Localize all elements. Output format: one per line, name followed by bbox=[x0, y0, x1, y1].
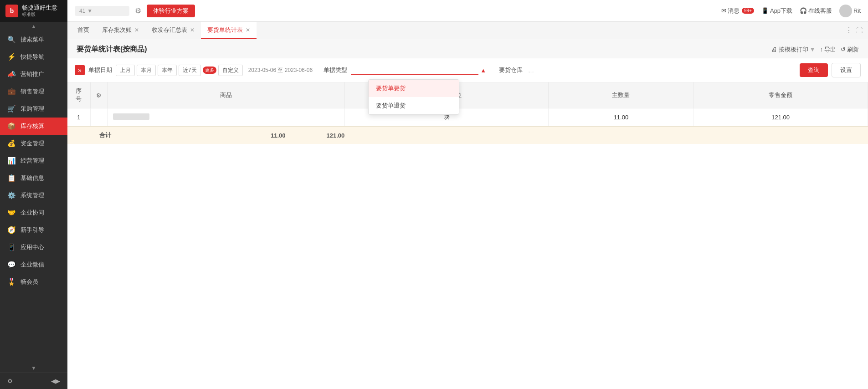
brand-info: 畅捷通好生意 标准版 bbox=[22, 4, 57, 18]
tab-close-collect-summary[interactable]: ✕ bbox=[190, 27, 195, 33]
date-this-month[interactable]: 本月 bbox=[137, 65, 156, 76]
print-expand-icon[interactable]: ▼ bbox=[810, 46, 816, 53]
sidebar-item-sales[interactable]: 💼 销售管理 bbox=[0, 83, 67, 100]
refresh-btn[interactable]: ↺ 刷新 bbox=[841, 46, 859, 54]
sidebar-item-guide[interactable]: 🧭 新手引导 bbox=[0, 221, 67, 239]
date-more-badge[interactable]: 更多 bbox=[203, 67, 216, 74]
sidebar-label-search: 搜索菜单 bbox=[21, 36, 44, 44]
settings-btn[interactable]: 设置 bbox=[832, 63, 861, 77]
tab-close-requisition-stats[interactable]: ✕ bbox=[246, 27, 250, 33]
table-header-row: 序号 ⚙ 商品 主计量单位 主数量 零售金额 bbox=[67, 82, 868, 108]
tab-home[interactable]: 首页 bbox=[71, 22, 96, 39]
tabs-expand-icon[interactable]: ⋮ bbox=[845, 26, 853, 35]
date-label: 单据日期 bbox=[88, 66, 112, 74]
date-last-month[interactable]: 上月 bbox=[116, 65, 135, 76]
avatar bbox=[839, 5, 852, 17]
warehouse-more[interactable]: … bbox=[528, 67, 534, 74]
type-select-input[interactable] bbox=[351, 66, 478, 75]
messages-item[interactable]: ✉ 消息 99+ bbox=[721, 7, 754, 15]
tab-collect-summary[interactable]: 收发存汇总表✕ bbox=[145, 22, 201, 39]
sidebar-item-search[interactable]: 🔍 搜索菜单 bbox=[0, 31, 67, 48]
date-quick-select: 上月 本月 本年 近7天 更多 自定义 bbox=[116, 65, 243, 76]
footer-amount: 121.00 bbox=[327, 132, 345, 139]
sidebar-scroll-down[interactable]: ▼ bbox=[0, 363, 67, 373]
sidebar-item-finance[interactable]: 💰 资金管理 bbox=[0, 135, 67, 152]
cell-seq: 1 bbox=[67, 108, 90, 126]
refresh-icon: ↺ bbox=[841, 46, 846, 53]
topbar: 41 ▼ ⚙ 体验行业方案 ✉ 消息 99+ 📱 App下载 🎧 在线客服 R bbox=[67, 0, 868, 22]
data-table: 序号 ⚙ 商品 主计量单位 主数量 零售金额 1 bbox=[67, 82, 868, 126]
product-bar bbox=[113, 113, 149, 120]
sidebar-item-enterprise[interactable]: 🤝 企业协同 bbox=[0, 204, 67, 221]
sidebar-icon-enterprise: 🤝 bbox=[7, 209, 16, 217]
tab-label-requisition-stats: 要货单统计表 bbox=[207, 26, 243, 34]
online-service-label: 在线客服 bbox=[808, 7, 832, 15]
dropdown-item-1[interactable]: 要货单退货 bbox=[369, 97, 459, 114]
tab-requisition-stats[interactable]: 要货单统计表✕ bbox=[201, 22, 257, 39]
settings-icon-topbar[interactable]: ⚙ bbox=[135, 6, 141, 15]
sidebar-item-wechat[interactable]: 💬 企业微信 bbox=[0, 256, 67, 273]
export-btn[interactable]: ↑ 导出 bbox=[820, 46, 837, 54]
sidebar-label-wechat: 企业微信 bbox=[21, 261, 44, 269]
tab-maximize-icon[interactable]: ⛶ bbox=[856, 27, 863, 34]
print-icon: 🖨 bbox=[771, 46, 777, 53]
sidebar-item-system[interactable]: ⚙️ 系统管理 bbox=[0, 187, 67, 204]
dropdown-item-0[interactable]: 要货单要货 bbox=[369, 80, 459, 97]
sidebar-collapse-icon[interactable]: ◀▶ bbox=[51, 378, 60, 384]
topbar-left: 41 ▼ ⚙ 体验行业方案 bbox=[75, 5, 716, 17]
sidebar-label-member: 畅会员 bbox=[21, 278, 38, 286]
dropdown-icon: ▼ bbox=[87, 8, 92, 14]
sidebar-item-appcenter[interactable]: 📱 应用中心 bbox=[0, 239, 67, 256]
filter-bar: » 单据日期 上月 本月 本年 近7天 更多 自定义 2023-05-06 至 … bbox=[67, 58, 868, 82]
sidebar-icon-marketing: 📣 bbox=[7, 70, 16, 78]
type-label: 单据类型 bbox=[324, 66, 347, 74]
warehouse-label: 要货仓库 bbox=[499, 66, 523, 74]
col-product: 商品 bbox=[107, 82, 345, 108]
sidebar-item-purchase[interactable]: 🛒 采购管理 bbox=[0, 100, 67, 118]
sidebar-icon-purchase: 🛒 bbox=[7, 105, 16, 113]
sidebar-label-operations: 经营管理 bbox=[21, 157, 44, 165]
sidebar-header: b 畅捷通好生意 标准版 bbox=[0, 0, 67, 22]
main-area: 41 ▼ ⚙ 体验行业方案 ✉ 消息 99+ 📱 App下载 🎧 在线客服 R bbox=[67, 0, 868, 389]
sidebar-item-inventory[interactable]: 📦 库存核算 bbox=[0, 118, 67, 135]
col-seq: 序号 bbox=[67, 82, 90, 108]
page-header: 要货单统计表(按商品) 🖨 按模板打印 ▼ ↑ 导出 ↺ 刷新 bbox=[67, 39, 868, 58]
sidebar-item-operations[interactable]: 📊 经营管理 bbox=[0, 152, 67, 169]
app-download-item[interactable]: 📱 App下载 bbox=[761, 7, 792, 15]
topbar-right: ✉ 消息 99+ 📱 App下载 🎧 在线客服 Rit bbox=[721, 5, 861, 17]
template-print-btn[interactable]: 🖨 按模板打印 ▼ bbox=[771, 46, 816, 54]
tab-close-inventory-batch[interactable]: ✕ bbox=[134, 27, 139, 33]
sidebar-icon-search: 🔍 bbox=[7, 36, 16, 44]
page-actions: 🖨 按模板打印 ▼ ↑ 导出 ↺ 刷新 bbox=[771, 46, 859, 54]
sidebar-icon-wechat: 💬 bbox=[7, 261, 16, 269]
page-title: 要货单统计表(按商品) bbox=[77, 45, 147, 54]
query-btn[interactable]: 查询 bbox=[800, 63, 828, 77]
messages-badge: 99+ bbox=[742, 8, 754, 14]
sidebar-item-marketing[interactable]: 📣 营销推广 bbox=[0, 66, 67, 83]
sidebar-scroll-up[interactable]: ▲ bbox=[0, 22, 67, 31]
date-custom[interactable]: 自定义 bbox=[218, 65, 243, 76]
type-dropdown: 要货单要货 要货单退货 bbox=[368, 79, 459, 115]
table-footer: 合计 11.00 121.00 bbox=[67, 126, 868, 144]
industry-btn[interactable]: 体验行业方案 bbox=[147, 5, 195, 17]
cell-product bbox=[107, 108, 345, 126]
date-this-year[interactable]: 本年 bbox=[158, 65, 177, 76]
sidebar-settings-icon[interactable]: ⚙ bbox=[7, 378, 13, 384]
sidebar-item-member[interactable]: 🎖️ 畅会员 bbox=[0, 273, 67, 291]
tab-inventory-batch[interactable]: 库存批次账✕ bbox=[96, 22, 145, 39]
user-item[interactable]: Rit bbox=[839, 5, 861, 17]
headset-icon: 🎧 bbox=[800, 7, 807, 14]
export-label: 导出 bbox=[824, 46, 836, 54]
filter-toggle-btn[interactable]: » bbox=[75, 65, 85, 75]
sidebar-footer: ⚙ ◀▶ bbox=[0, 373, 67, 389]
online-service-item[interactable]: 🎧 在线客服 bbox=[800, 7, 832, 15]
sidebar: b 畅捷通好生意 标准版 ▲ 🔍 搜索菜单 ⚡ 快捷导航 📣 营销推广 💼 销售… bbox=[0, 0, 67, 389]
sidebar-item-quicknav[interactable]: ⚡ 快捷导航 bbox=[0, 48, 67, 66]
store-id: 41 bbox=[79, 8, 85, 14]
type-select-container: ▲ bbox=[351, 66, 488, 75]
sidebar-item-basics[interactable]: 📋 基础信息 bbox=[0, 169, 67, 187]
col-settings[interactable]: ⚙ bbox=[90, 82, 107, 108]
store-selector[interactable]: 41 ▼ bbox=[75, 6, 129, 16]
date-last-7-days[interactable]: 近7天 bbox=[179, 65, 201, 76]
type-select-arrow[interactable]: ▲ bbox=[478, 67, 488, 74]
